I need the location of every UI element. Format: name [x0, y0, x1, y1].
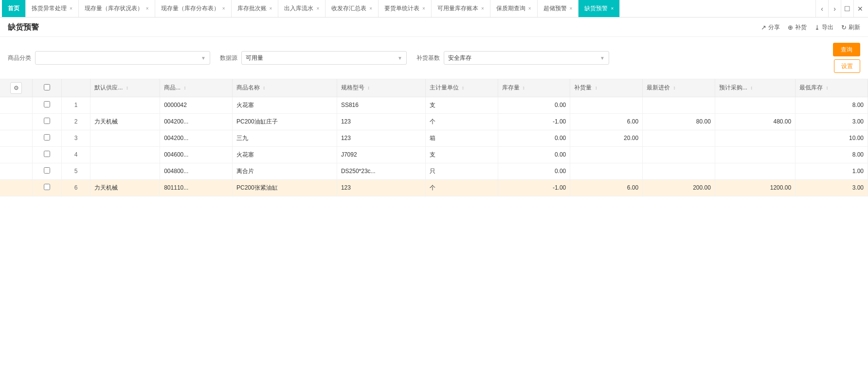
- row-unit: 个: [425, 179, 498, 196]
- table-settings-gear[interactable]: ⚙: [10, 82, 22, 94]
- tab-scroll-left[interactable]: ‹: [815, 0, 828, 18]
- page-content: 缺货预警 ↗ 分享 ⊕ 补货 ⤓ 导出 ↻ 刷新 商品分类: [0, 18, 868, 387]
- row-spec: 123: [337, 113, 425, 130]
- tab-receipt-summary[interactable]: 收发存汇总表 ×: [326, 0, 379, 18]
- row-item-name: PC200张紧油缸: [232, 179, 337, 196]
- refresh-button[interactable]: ↻ 刷新: [841, 23, 860, 32]
- page-header: 缺货预警 ↗ 分享 ⊕ 补货 ⤓ 导出 ↻ 刷新: [0, 18, 868, 37]
- category-select[interactable]: ▼: [35, 51, 210, 65]
- row-checkbox-cell: [33, 163, 62, 179]
- tab-close-overstock-warn[interactable]: ×: [570, 6, 573, 11]
- tab-in-out-flow[interactable]: 出入库流水 ×: [278, 0, 326, 18]
- table-header-row: ⚙ 默认供应... ↕ 商品... ↕ 商品名称: [0, 79, 868, 97]
- row-stock-qty: -1.00: [498, 179, 570, 196]
- col-item-code: 商品... ↕: [160, 79, 233, 97]
- page-title: 缺货预警: [8, 22, 39, 33]
- table-row: 5 004800... 离合片 DS250*23c... 只 0.00 1.00: [0, 163, 868, 179]
- sort-supplier-icon[interactable]: ↕: [126, 85, 128, 90]
- tab-close-shortage-warn[interactable]: ×: [611, 6, 614, 11]
- row-gear-cell: [0, 146, 33, 163]
- row-min-stock: 10.00: [796, 130, 868, 146]
- tab-close-receipt-summary[interactable]: ×: [369, 6, 372, 11]
- datasource-select[interactable]: 可用量 ▼: [241, 51, 407, 65]
- sort-spec-icon[interactable]: ↕: [367, 85, 370, 90]
- sort-price-icon[interactable]: ↕: [673, 85, 675, 90]
- table-row: 3 004200... 三九 123 箱 0.00 20.00 10.00: [0, 130, 868, 146]
- tab-scroll-right[interactable]: ›: [828, 0, 841, 18]
- row-stock-qty: 0.00: [498, 130, 570, 146]
- row-replenish-qty: [570, 163, 643, 179]
- row-checkbox[interactable]: [44, 134, 50, 141]
- sort-name-icon[interactable]: ↕: [263, 85, 265, 90]
- sort-min-stock-icon[interactable]: ↕: [826, 85, 829, 90]
- tab-close-batch-account[interactable]: ×: [270, 6, 272, 11]
- tab-shortage-warn[interactable]: 缺货预警 ×: [579, 0, 620, 18]
- tab-close-in-out-flow[interactable]: ×: [316, 6, 319, 11]
- row-spec: SS816: [337, 97, 425, 113]
- sort-est-purchase-icon[interactable]: ↕: [750, 85, 753, 90]
- row-supplier: [90, 97, 160, 113]
- sort-unit-icon[interactable]: ↕: [462, 85, 464, 90]
- tab-inventory-dist[interactable]: 现存量（库存分布表） ×: [155, 0, 232, 18]
- tab-window-restore[interactable]: ☐: [841, 0, 853, 18]
- row-replenish-qty: 6.00: [570, 179, 643, 196]
- datasource-label: 数据源: [220, 54, 237, 62]
- row-stock-qty: -1.00: [498, 113, 570, 130]
- row-checkbox-cell: [33, 97, 62, 113]
- row-item-code: 004600...: [160, 146, 233, 163]
- replenish-base-select[interactable]: 安全库存 ▼: [444, 51, 609, 65]
- tab-close-inventory-status[interactable]: ×: [146, 6, 149, 11]
- sort-replenish-icon[interactable]: ↕: [595, 85, 597, 90]
- row-latest-price: [643, 163, 715, 179]
- tab-overstock-warn[interactable]: 超储预警 ×: [538, 0, 579, 18]
- row-checkbox[interactable]: [44, 151, 50, 157]
- row-gear-cell: [0, 130, 33, 146]
- row-supplier: [90, 163, 160, 179]
- table-row: 1 0000042 火花塞 SS816 支 0.00 8.00: [0, 97, 868, 113]
- sort-code-icon[interactable]: ↕: [184, 85, 186, 90]
- row-checkbox[interactable]: [44, 167, 50, 174]
- tab-close-inventory-dist[interactable]: ×: [222, 6, 225, 11]
- tab-close-order-stats[interactable]: ×: [422, 6, 425, 11]
- row-supplier: 力天机械: [90, 179, 160, 196]
- replenish-base-filter-group: 补货基数 安全库存 ▼: [416, 51, 609, 65]
- replenish-button[interactable]: ⊕ 补货: [788, 23, 807, 32]
- settings-button[interactable]: 设置: [834, 59, 860, 73]
- query-button[interactable]: 查询: [833, 43, 860, 56]
- col-est-purchase: 预计采购... ↕: [715, 79, 795, 97]
- row-supplier: 力天机械: [90, 113, 160, 130]
- row-item-name: 火花塞: [232, 97, 337, 113]
- row-min-stock: 8.00: [796, 97, 868, 113]
- tab-window-close[interactable]: ✕: [853, 0, 866, 18]
- share-button[interactable]: ↗ 分享: [761, 23, 780, 32]
- tab-defect-proc[interactable]: 拣货异常处理 ×: [26, 0, 79, 18]
- col-gear: ⚙: [0, 79, 33, 97]
- export-button[interactable]: ⤓ 导出: [814, 23, 833, 32]
- row-latest-price: [643, 146, 715, 163]
- tab-batch-account[interactable]: 库存批次账 ×: [232, 0, 279, 18]
- row-gear-cell: [0, 179, 33, 196]
- row-checkbox[interactable]: [44, 184, 50, 190]
- row-number: 6: [61, 179, 90, 196]
- tab-close-expiry-query[interactable]: ×: [528, 6, 531, 11]
- select-all-checkbox[interactable]: [44, 84, 50, 90]
- row-unit: 支: [425, 97, 498, 113]
- tab-home[interactable]: 首页: [2, 0, 26, 18]
- row-item-name: 三九: [232, 130, 337, 146]
- row-checkbox[interactable]: [44, 101, 50, 107]
- row-checkbox-cell: [33, 146, 62, 163]
- row-unit: 个: [425, 113, 498, 130]
- tab-expiry-query[interactable]: 保质期查询 ×: [490, 0, 538, 18]
- tab-order-stats[interactable]: 要货单统计表 ×: [379, 0, 432, 18]
- row-checkbox[interactable]: [44, 118, 50, 124]
- sort-stock-icon[interactable]: ↕: [523, 85, 525, 90]
- col-row-num: [61, 79, 90, 97]
- tab-inventory-status[interactable]: 现存量（库存状况表） ×: [79, 0, 155, 18]
- tab-avail-ledger[interactable]: 可用量库存账本 ×: [432, 0, 490, 18]
- row-item-name: PC200油缸庄子: [232, 113, 337, 130]
- row-item-name: 火花塞: [232, 146, 337, 163]
- datasource-select-arrow: ▼: [398, 55, 402, 61]
- row-checkbox-cell: [33, 130, 62, 146]
- tab-close-defect-proc[interactable]: ×: [70, 6, 72, 11]
- tab-close-avail-ledger[interactable]: ×: [481, 6, 484, 11]
